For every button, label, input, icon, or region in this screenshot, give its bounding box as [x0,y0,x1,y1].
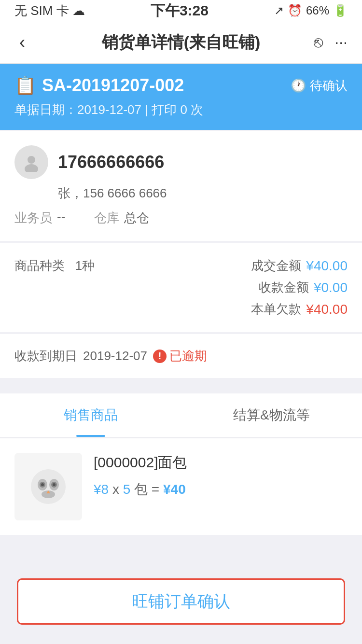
svg-point-1 [25,164,38,172]
tab-underline [76,435,105,437]
customer-extra: 业务员 -- 仓库 总仓 [14,210,348,226]
tab-sales-products-label: 销售商品 [64,406,118,424]
warehouse-item: 仓库 总仓 [94,210,149,226]
due-section: 收款到期日 2019-12-07 ! 已逾期 [0,334,362,378]
summary-section: 商品种类 1种 成交金额 ¥40.00 收款金额 ¥0.00 本单欠款 ¥40.… [0,243,362,332]
equals-sign: = [152,482,163,497]
product-type-item: 商品种类 1种 [14,257,95,274]
received-label: 收款金额 [259,279,309,296]
salesperson-label: 业务员 [14,210,52,226]
svg-point-2 [31,469,66,504]
tabs-row: 销售商品 结算&物流等 [0,393,362,437]
tab-sales-products[interactable]: 销售商品 [0,393,181,437]
tabs-section: 销售商品 结算&物流等 [0,393,362,437]
product-price-row: ¥8 x 5 包 = ¥40 [94,480,348,499]
status-right: ↗ ⏰ 66% 🔋 [274,4,348,17]
product-image [14,453,82,520]
battery-level: 66% [306,4,329,17]
price-per-unit: ¥8 [94,482,109,497]
received-value: ¥0.00 [314,280,348,295]
customer-phone: 17666666666 [58,152,164,172]
customer-name: 张，156 6666 6666 [14,185,348,202]
confirm-button-wrap: 旺铺订单确认 [17,578,345,625]
order-meta: 单据日期：2019-12-07 | 打印 0 次 [14,101,348,118]
tab-settlement[interactable]: 结算&物流等 [181,393,362,437]
due-date: 2019-12-07 [83,349,147,364]
customer-phone-row: 17666666666 [14,145,348,179]
clock-icon: 🕐 [291,78,306,93]
confirm-order-button[interactable]: 旺铺订单确认 [17,578,345,625]
amount-label: 成交金额 [251,257,301,274]
back-button[interactable]: ‹ [14,28,30,57]
status-left: 无 SIM 卡 ☁ [14,2,85,19]
overdue-icon: ! [153,350,167,363]
alarm-icon: ⏰ [288,4,302,17]
tab-settlement-label: 结算&物流等 [233,406,310,424]
summary-right: 成交金额 ¥40.00 收款金额 ¥0.00 本单欠款 ¥40.00 [251,257,348,318]
debt-label: 本单欠款 [251,301,301,318]
product-total: ¥40 [163,482,186,497]
price-separator: x [112,482,123,497]
svg-point-7 [41,483,44,486]
overdue-badge: ! 已逾期 [153,348,207,364]
due-label: 收款到期日 [14,348,77,364]
received-row: 收款金额 ¥0.00 [259,279,348,296]
order-status: 🕐 待确认 [291,77,348,94]
location-icon: ↗ [274,4,284,17]
debt-value: ¥40.00 [306,302,348,317]
salesperson-item: 业务员 -- [14,210,65,226]
page-title: 销货单详情(来自旺铺) [102,31,261,54]
nav-bar: ‹ 销货单详情(来自旺铺) ⎋ ··· [0,21,362,64]
order-header: 📋 SA-20191207-002 🕐 待确认 单据日期：2019-12-07 … [0,64,362,130]
divider-1 [0,241,362,242]
product-qty: 5 [123,482,131,497]
summary-left: 商品种类 1种 [14,257,95,274]
status-bar: 无 SIM 卡 ☁ 下午3:28 ↗ ⏰ 66% 🔋 [0,0,362,21]
product-type-value: 1种 [75,258,95,273]
svg-point-8 [53,483,56,486]
more-icon[interactable]: ··· [334,33,348,51]
amount-value: ¥40.00 [306,258,348,274]
warehouse-label: 仓库 [94,210,119,226]
sim-indicator: 无 SIM 卡 ☁ [14,2,85,19]
status-text: 待确认 [310,77,348,94]
nav-actions: ⎋ ··· [314,33,348,51]
customer-section: 17666666666 张，156 6666 6666 业务员 -- 仓库 总仓 [0,131,362,241]
debt-row: 本单欠款 ¥40.00 [251,301,348,318]
divider-3 [0,378,362,386]
warehouse-value: 总仓 [124,210,149,226]
share-icon[interactable]: ⎋ [314,33,323,51]
battery-icon: 🔋 [333,4,348,17]
order-id-row: 📋 SA-20191207-002 🕐 待确认 [14,75,348,96]
order-id: 📋 SA-20191207-002 [14,75,184,96]
order-id-text: SA-20191207-002 [42,75,184,96]
product-type-label: 商品种类 [14,258,65,273]
avatar [14,145,48,179]
unit-label: 包 [134,482,148,497]
status-time: 下午3:28 [151,1,209,21]
order-icon: 📋 [14,75,36,96]
product-info: [0000002]面包 ¥8 x 5 包 = ¥40 [94,453,348,499]
salesperson-value: -- [57,210,65,226]
divider-2 [0,332,362,333]
product-section: [0000002]面包 ¥8 x 5 包 = ¥40 [0,438,362,535]
svg-point-0 [28,156,35,164]
amount-row: 成交金额 ¥40.00 [251,257,348,274]
overdue-label: 已逾期 [169,348,207,364]
product-name: [0000002]面包 [94,453,348,473]
